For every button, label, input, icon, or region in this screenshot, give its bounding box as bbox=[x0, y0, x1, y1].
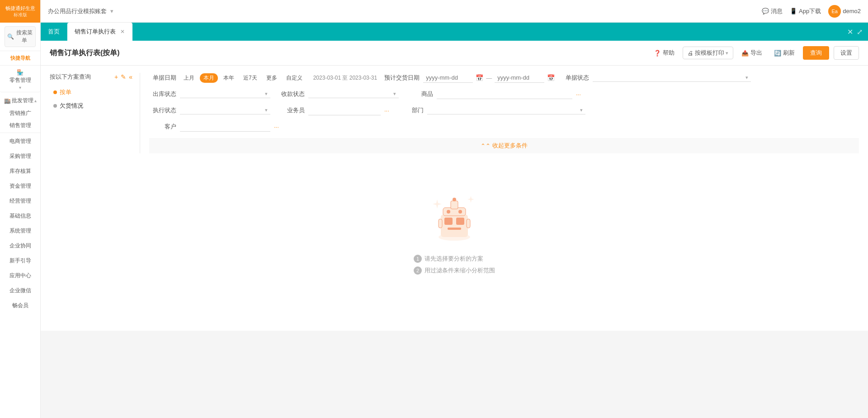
filter-product-item: 商品 ··· bbox=[406, 89, 859, 99]
quick-nav-label[interactable]: 快捷导航 bbox=[4, 53, 37, 63]
svg-point-8 bbox=[447, 210, 450, 214]
sidebar-item-member[interactable]: 畅会员 bbox=[0, 298, 40, 313]
edit-scheme-button[interactable]: ✎ bbox=[121, 73, 126, 81]
date-cal-end-icon[interactable]: 📅 bbox=[547, 74, 555, 81]
salesperson-input[interactable] bbox=[308, 105, 381, 115]
top-header: 办公用品行业模拟账套 ▾ 💬 消息 📱 App下载 Ea demo2 bbox=[41, 0, 868, 23]
tab-actions: ✕ ⤢ bbox=[847, 28, 868, 36]
salesperson-more-icon[interactable]: ··· bbox=[384, 107, 389, 114]
customer-more-icon[interactable]: ··· bbox=[274, 124, 279, 130]
filter-receipt-status-item: 收款状态 ▾ bbox=[278, 90, 399, 98]
doc-status-select[interactable]: ▾ bbox=[593, 74, 751, 82]
product-input[interactable] bbox=[437, 89, 572, 99]
department-label: 部门 bbox=[396, 106, 424, 114]
content-area: 销售订单执行表(按单) ❓ 帮助 🖨 按模板打印 ▾ 📤 导出 🔄 刷新 bbox=[41, 41, 868, 418]
filter-icons: + ✎ « bbox=[114, 73, 132, 81]
help-icon: ❓ bbox=[654, 50, 661, 57]
header-left: 办公用品行业模拟账套 ▾ bbox=[48, 7, 113, 15]
sidebar-item-wholesale[interactable]: 🏬 批发管理 ▴ bbox=[0, 94, 40, 107]
tab-bar: 首页 销售订单执行表 ✕ ✕ ⤢ bbox=[41, 23, 868, 41]
retail-icon: 🏪 bbox=[17, 69, 24, 76]
date-tab-this-month[interactable]: 本月 bbox=[200, 73, 218, 83]
inactive-dot bbox=[53, 104, 57, 108]
tab-home[interactable]: 首页 bbox=[41, 23, 67, 41]
svg-rect-6 bbox=[467, 219, 470, 228]
sidebar-item-ecommerce[interactable]: 电商管理 bbox=[0, 134, 40, 149]
date-tab-custom[interactable]: 自定义 bbox=[283, 73, 306, 83]
expected-date-end[interactable] bbox=[495, 73, 544, 83]
user-profile[interactable]: Ea demo2 bbox=[828, 5, 861, 18]
filter-customer-item: 客户 ··· bbox=[149, 122, 279, 132]
svg-rect-4 bbox=[448, 228, 461, 230]
svg-rect-5 bbox=[439, 219, 442, 228]
sidebar-item-system[interactable]: 系统管理 bbox=[0, 223, 40, 238]
search-menu-button[interactable]: 🔍 搜索菜单 bbox=[5, 26, 36, 47]
empty-tip-1: 1 请先选择要分析的方案 bbox=[414, 253, 495, 265]
filter-scheme-欠货情况[interactable]: 欠货情况 bbox=[50, 99, 132, 113]
tab-close-button[interactable]: ✕ bbox=[847, 28, 853, 36]
app-download-button[interactable]: 📱 App下载 bbox=[790, 7, 821, 15]
query-button[interactable]: 查询 bbox=[803, 46, 829, 60]
page-actions: ❓ 帮助 🖨 按模板打印 ▾ 📤 导出 🔄 刷新 查询 设置 bbox=[650, 46, 859, 60]
department-select[interactable]: ▾ bbox=[427, 106, 585, 114]
sidebar-item-purchase[interactable]: 采购管理 bbox=[0, 149, 40, 164]
filter-wrapper: 按以下方案查询 + ✎ « 按单 欠货情况 bbox=[50, 73, 859, 153]
product-label: 商品 bbox=[406, 90, 433, 98]
sidebar-item-app-center[interactable]: 应用中心 bbox=[0, 268, 40, 283]
customer-label: 客户 bbox=[149, 123, 176, 131]
add-scheme-button[interactable]: + bbox=[114, 73, 118, 81]
sidebar-item-inventory[interactable]: 库存核算 bbox=[0, 164, 40, 179]
date-tabs: 上月 本月 本年 近7天 更多 自定义 bbox=[180, 73, 306, 83]
breadcrumb-dropdown-icon[interactable]: ▾ bbox=[110, 8, 113, 14]
customer-input[interactable] bbox=[180, 122, 270, 132]
filter-row-customer: 客户 ··· bbox=[149, 122, 859, 132]
delivery-status-select[interactable]: ▾ bbox=[180, 90, 270, 98]
sidebar-item-sales[interactable]: 销售管理 bbox=[0, 119, 40, 132]
sidebar-item-finance[interactable]: 资金管理 bbox=[0, 179, 40, 194]
tip2-num: 2 bbox=[414, 266, 422, 275]
help-button[interactable]: ❓ 帮助 bbox=[650, 47, 678, 59]
sidebar-item-corp-wechat[interactable]: 企业微信 bbox=[0, 283, 40, 298]
date-tab-more[interactable]: 更多 bbox=[263, 73, 281, 83]
filter-scheme-按单[interactable]: 按单 bbox=[50, 86, 132, 99]
sidebar-item-newbie[interactable]: 新手引导 bbox=[0, 253, 40, 268]
salesperson-label: 业务员 bbox=[278, 106, 305, 114]
sidebar-logo[interactable]: 畅捷通好生意 标准版 bbox=[0, 0, 40, 23]
exec-status-select[interactable]: ▾ bbox=[180, 106, 270, 114]
header-breadcrumb: 办公用品行业模拟账套 bbox=[48, 7, 107, 15]
settings-button[interactable]: 设置 bbox=[834, 46, 859, 60]
collapse-left-button[interactable]: « bbox=[129, 73, 132, 81]
refresh-button[interactable]: 🔄 刷新 bbox=[770, 47, 798, 59]
sidebar-item-operations[interactable]: 经营管理 bbox=[0, 194, 40, 209]
expected-date-start[interactable] bbox=[423, 73, 473, 83]
tab-expand-button[interactable]: ⤢ bbox=[857, 28, 863, 36]
refresh-icon: 🔄 bbox=[774, 50, 781, 57]
export-button[interactable]: 📤 导出 bbox=[738, 47, 766, 59]
print-button[interactable]: 🖨 按模板打印 ▾ bbox=[683, 47, 733, 59]
filter-row-date: 单据日期 上月 本月 本年 近7天 更多 自定义 2023-03-01 至 20… bbox=[149, 73, 859, 83]
message-button[interactable]: 💬 消息 bbox=[762, 7, 783, 15]
date-tab-this-year[interactable]: 本年 bbox=[220, 73, 238, 83]
product-more-icon[interactable]: ··· bbox=[576, 91, 581, 98]
svg-point-11 bbox=[453, 198, 456, 201]
sidebar-item-basic[interactable]: 基础信息 bbox=[0, 209, 40, 223]
collapse-button[interactable]: ⌃⌃ 收起更多条件 bbox=[149, 138, 859, 153]
svg-rect-1 bbox=[441, 214, 468, 237]
export-icon: 📤 bbox=[741, 50, 749, 57]
sidebar-item-marketing[interactable]: 营销推广 bbox=[0, 107, 40, 119]
tab-close-icon[interactable]: ✕ bbox=[120, 28, 125, 35]
phone-icon: 📱 bbox=[790, 8, 797, 14]
date-cal-start-icon[interactable]: 📅 bbox=[476, 74, 483, 81]
tab-sales-order-exec[interactable]: 销售订单执行表 ✕ bbox=[67, 23, 132, 41]
header-right: 💬 消息 📱 App下载 Ea demo2 bbox=[762, 5, 861, 18]
wholesale-icon: 🏬 bbox=[4, 98, 11, 104]
sidebar-item-retail[interactable]: 🏪 零售管理 ▾ bbox=[0, 66, 40, 92]
department-arrow-icon: ▾ bbox=[580, 107, 583, 113]
sidebar-item-enterprise[interactable]: 企业协同 bbox=[0, 238, 40, 253]
receipt-status-label: 收款状态 bbox=[278, 90, 305, 98]
date-tab-last-month[interactable]: 上月 bbox=[180, 73, 198, 83]
date-label: 单据日期 bbox=[149, 74, 176, 82]
date-tab-7days[interactable]: 近7天 bbox=[240, 73, 261, 83]
receipt-status-select[interactable]: ▾ bbox=[308, 90, 399, 98]
page-header: 销售订单执行表(按单) ❓ 帮助 🖨 按模板打印 ▾ 📤 导出 🔄 刷新 bbox=[41, 41, 868, 66]
